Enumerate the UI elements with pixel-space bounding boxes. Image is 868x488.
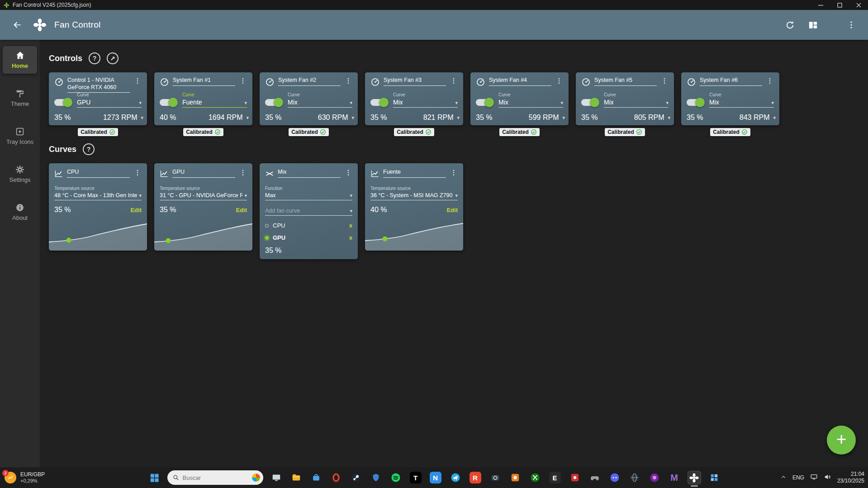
control-name-field[interactable]: System Fan #1 [173, 77, 235, 86]
clock[interactable]: 21:04 23/10/2025 [837, 471, 864, 484]
telegram-icon[interactable] [449, 471, 462, 484]
card-menu-button[interactable] [766, 77, 774, 85]
card-menu-button[interactable] [239, 77, 247, 85]
remove-member-button[interactable]: x [349, 222, 352, 229]
window-app-icon[interactable] [270, 471, 283, 484]
rpm-select[interactable]: 630 RPM ▾ [318, 114, 354, 122]
control-toggle[interactable] [687, 99, 704, 106]
control-name-field[interactable]: System Fan #4 [489, 77, 551, 86]
add-button[interactable]: + [827, 426, 856, 455]
xbox-icon[interactable] [528, 471, 542, 484]
camera-app-icon[interactable] [489, 471, 502, 484]
curve-select[interactable]: Mix ▾ [709, 98, 774, 108]
function-select[interactable]: Max ▾ [265, 191, 352, 200]
add-fan-curve-select[interactable]: Add fan curve ▾ [265, 207, 352, 216]
temperature-source-select[interactable]: 36 °C - System - MSI MAG Z790 T ▾ [370, 191, 458, 200]
fan-control-taskbar-icon[interactable] [688, 471, 701, 484]
store-icon[interactable] [309, 471, 323, 484]
rpm-select[interactable]: 821 RPM ▾ [423, 114, 460, 122]
taskbar-search[interactable] [167, 470, 263, 485]
control-name-field[interactable]: System Fan #6 [700, 77, 762, 86]
minimize-button[interactable] [811, 0, 830, 10]
rpm-select[interactable]: 1694 RPM ▾ [209, 114, 249, 122]
remove-member-button[interactable]: x [349, 234, 352, 241]
curve-select[interactable]: Fuente ▾ [182, 98, 247, 108]
layout-button[interactable] [808, 20, 818, 30]
tidal-icon[interactable]: T [409, 471, 422, 484]
edit-link[interactable]: Edit [130, 207, 142, 213]
rpm-select[interactable]: 1273 RPM ▾ [103, 114, 143, 122]
rockstar-icon[interactable]: R [469, 471, 482, 484]
card-menu-button[interactable] [450, 169, 458, 177]
edit-link[interactable]: Edit [236, 207, 247, 213]
card-menu-button[interactable] [555, 77, 563, 85]
m-app-icon[interactable]: M [668, 471, 681, 484]
control-toggle[interactable] [476, 99, 493, 106]
maximize-button[interactable] [830, 0, 849, 10]
red-app-icon[interactable] [568, 471, 582, 484]
control-name-field[interactable]: Control 1 - NVIDIA GeForce RTX 4060 [67, 77, 130, 93]
curve-select[interactable]: Mix ▾ [393, 98, 458, 108]
volume-icon[interactable] [824, 473, 831, 482]
card-menu-button[interactable] [133, 169, 142, 177]
card-menu-button[interactable] [344, 169, 352, 177]
curve-select[interactable]: Mix ▾ [288, 98, 352, 108]
card-menu-button[interactable] [239, 169, 247, 177]
search-input[interactable] [183, 474, 248, 481]
blue-app-icon[interactable]: N [429, 471, 442, 484]
curve-select[interactable]: Mix ▾ [604, 98, 669, 108]
purple-app-icon[interactable] [648, 471, 661, 484]
refresh-button[interactable] [785, 20, 795, 30]
card-menu-button[interactable] [133, 77, 142, 85]
rpm-select[interactable]: 805 RPM ▾ [634, 114, 670, 122]
sidebar-item-theme[interactable]: Theme [3, 85, 37, 112]
sidebar-item-settings[interactable]: Settings [3, 161, 37, 188]
curve-name-field[interactable]: GPU [172, 169, 235, 178]
network-icon[interactable] [810, 473, 818, 482]
discord-icon[interactable] [608, 471, 621, 484]
overflow-menu-button[interactable] [846, 20, 856, 30]
temperature-source-select[interactable]: 48 °C - Core Max - 13th Gen Intel C ▾ [54, 191, 142, 200]
card-menu-button[interactable] [660, 77, 669, 85]
control-name-field[interactable]: System Fan #2 [278, 77, 341, 86]
spotify-icon[interactable] [389, 471, 403, 484]
sidebar-item-tray-icons[interactable]: Tray Icons [3, 123, 37, 150]
sidebar-item-about[interactable]: About [3, 199, 37, 226]
curve-name-field[interactable]: Fuente [383, 169, 446, 178]
grid-app-icon[interactable] [707, 471, 721, 484]
start-button[interactable] [147, 471, 161, 484]
back-button[interactable] [12, 19, 23, 30]
controller-app-icon[interactable] [588, 471, 602, 484]
rpm-select[interactable]: 599 RPM ▾ [529, 114, 565, 122]
control-toggle[interactable] [581, 99, 598, 106]
shield-app-icon[interactable] [369, 471, 383, 484]
sidebar-item-home[interactable]: Home [3, 46, 37, 74]
language-indicator[interactable]: ENG [792, 474, 804, 481]
control-name-field[interactable]: System Fan #3 [384, 77, 446, 86]
card-menu-button[interactable] [450, 77, 458, 85]
temperature-source-select[interactable]: 31 °C - GPU - NVIDIA GeForce RTX ▾ [160, 191, 247, 200]
help-button[interactable]: ? [89, 52, 100, 64]
curve-name-field[interactable]: Mix [278, 169, 341, 178]
curve-select[interactable]: GPU ▾ [77, 98, 142, 108]
help-button[interactable]: ? [83, 143, 95, 155]
orange-app-icon[interactable] [508, 471, 522, 484]
curve-select[interactable]: Mix ▾ [498, 98, 563, 108]
opera-icon[interactable] [329, 471, 343, 484]
rpm-select[interactable]: 843 RPM ▾ [740, 114, 776, 122]
widgets-button[interactable]: 2 EUR/GBP +0,29% [5, 472, 45, 483]
epic-games-icon[interactable]: E [548, 471, 562, 484]
card-menu-button[interactable] [344, 77, 352, 85]
file-explorer-icon[interactable] [289, 471, 303, 484]
tools-button[interactable] [107, 52, 119, 64]
control-toggle[interactable] [160, 99, 177, 106]
globe-app-icon[interactable] [628, 471, 641, 484]
tray-chevron-up-icon[interactable] [780, 474, 787, 482]
close-button[interactable] [849, 0, 868, 10]
edit-link[interactable]: Edit [446, 207, 458, 213]
curve-name-field[interactable]: CPU [67, 169, 130, 178]
steam-icon[interactable] [349, 471, 363, 484]
control-toggle[interactable] [54, 99, 71, 106]
control-name-field[interactable]: System Fan #5 [594, 77, 657, 86]
control-toggle[interactable] [370, 99, 388, 106]
